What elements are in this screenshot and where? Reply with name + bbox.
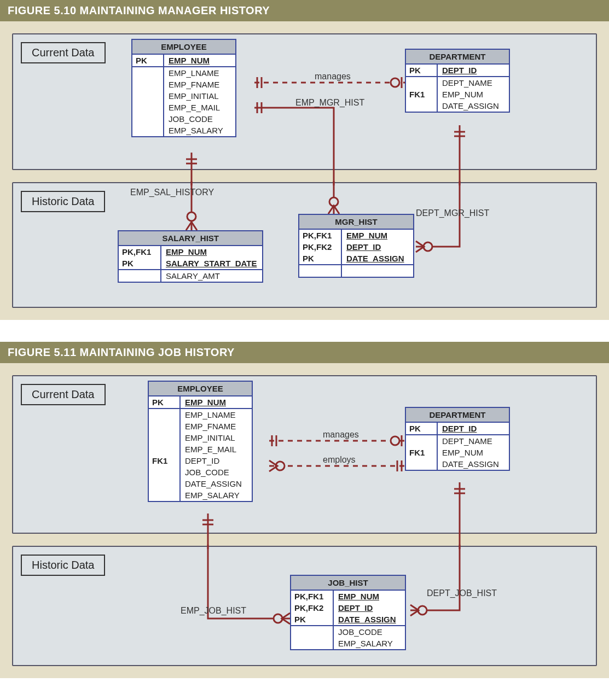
pk-attr: EMP_NUM: [164, 55, 235, 66]
panel-label-historic: Historic Data: [21, 555, 105, 576]
svg-point-27: [274, 614, 282, 623]
svg-point-13: [424, 242, 432, 251]
entity-attr-section: EMP_LNAME EMP_FNAME EMP_INITIAL EMP_E_MA…: [132, 67, 235, 136]
key-label: PK: [132, 55, 164, 66]
figure-body: Current Data EMPLOYEE PKEMP_NUM EMP_LNAM…: [0, 363, 609, 678]
entity-pk-section: PK EMP_NUM: [132, 55, 235, 67]
rel-emp-sal-history: EMP_SAL_HISTORY: [130, 188, 214, 197]
entity-salary-hist: SALARY_HIST PK,FK1EMP_NUM PKSALARY_START…: [118, 230, 263, 283]
panel-current-data: Current Data EMPLOYEE PK EMP_NUM EMP_LNA…: [12, 33, 597, 170]
rel-dept-job-hist: DEPT_JOB_HIST: [427, 588, 497, 598]
entity-employee: EMPLOYEE PKEMP_NUM EMP_LNAME EMP_FNAME E…: [148, 381, 253, 502]
svg-point-11: [187, 212, 196, 221]
rel-employs: employs: [323, 455, 356, 465]
svg-point-3: [391, 78, 399, 87]
rel-emp-mgr-hist: EMP_MGR_HIST: [295, 98, 364, 108]
figure-body: Current Data EMPLOYEE PK EMP_NUM EMP_LNA…: [0, 21, 609, 320]
panel-historic-data: Historic Data EMP_SAL_HISTORY DEPT_MGR_H…: [12, 182, 597, 308]
rel-emp-job-hist: EMP_JOB_HIST: [181, 606, 246, 616]
entity-title: DEPARTMENT: [406, 50, 509, 65]
entity-job-hist: JOB_HIST PK,FK1EMP_NUM PK,FK2DEPT_ID PKD…: [290, 575, 406, 650]
entity-mgr-hist: MGR_HIST PK,FK1EMP_NUM PK,FK2DEPT_ID PKD…: [298, 214, 414, 278]
entity-department: DEPARTMENT PKDEPT_ID DEPT_NAME FK1EMP_NU…: [405, 407, 510, 471]
svg-point-12: [329, 197, 338, 206]
entity-department: DEPARTMENT PK DEPT_ID DEPT_NAME FK1EMP_N…: [405, 49, 510, 113]
panel-label-historic: Historic Data: [21, 191, 105, 212]
panel-label-current: Current Data: [21, 42, 106, 63]
entity-title: EMPLOYEE: [132, 40, 235, 55]
panel-current-data: Current Data EMPLOYEE PKEMP_NUM EMP_LNAM…: [12, 375, 597, 534]
rel-manages: manages: [315, 72, 351, 81]
figure-5-11: FIGURE 5.11 MAINTAINING JOB HISTORY Curr…: [0, 342, 609, 678]
svg-point-17: [391, 436, 399, 445]
figure-5-10: FIGURE 5.10 MAINTAINING MANAGER HISTORY …: [0, 0, 609, 320]
rel-manages: manages: [323, 430, 359, 440]
rel-dept-mgr-hist: DEPT_MGR_HIST: [416, 208, 489, 218]
panel-label-current: Current Data: [21, 384, 106, 405]
svg-point-20: [276, 462, 285, 470]
svg-point-28: [418, 606, 427, 615]
figure-title: FIGURE 5.11 MAINTAINING JOB HISTORY: [0, 342, 609, 363]
figure-title: FIGURE 5.10 MAINTAINING MANAGER HISTORY: [0, 0, 609, 21]
panel-historic-data: Historic Data JOB_HIST PK,FK1EMP_NUM PK,…: [12, 546, 597, 666]
entity-employee: EMPLOYEE PK EMP_NUM EMP_LNAME EMP_FNAME …: [131, 39, 236, 137]
